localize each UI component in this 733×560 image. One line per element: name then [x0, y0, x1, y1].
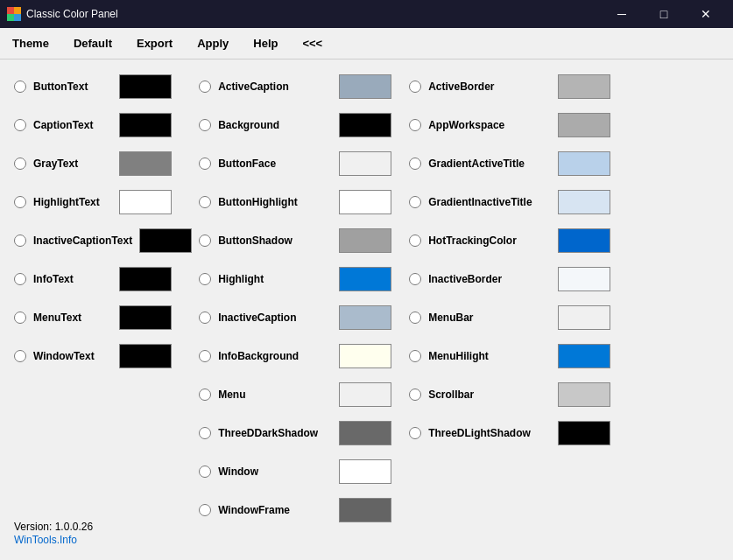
row-AppWorkspace: AppWorkspace: [409, 108, 630, 142]
radio-WindowFrame[interactable]: [199, 504, 211, 516]
column-2: ActiveCaption Background ButtonFace Butt…: [192, 70, 402, 550]
radio-ButtonHighlight[interactable]: [199, 196, 211, 208]
swatch-InfoBackground[interactable]: [339, 344, 391, 368]
version-text: Version: 1.0.0.26: [14, 521, 192, 533]
radio-WindowText[interactable]: [14, 350, 26, 362]
radio-InfoBackground[interactable]: [199, 350, 211, 362]
swatch-HotTrackingColor[interactable]: [558, 228, 610, 253]
svg-rect-1: [14, 7, 21, 14]
radio-GradientActiveTitle[interactable]: [409, 158, 421, 170]
label-MenuHilight: MenuHilight: [428, 350, 551, 362]
swatch-ActiveBorder[interactable]: [558, 74, 610, 99]
swatch-Menu[interactable]: [339, 382, 391, 407]
radio-MenuHilight[interactable]: [409, 350, 421, 362]
radio-InactiveCaptionText[interactable]: [14, 234, 26, 247]
swatch-ThreeDDarkShadow[interactable]: [339, 421, 391, 445]
title-bar-controls: ─ □ ✕: [602, 0, 726, 28]
radio-CaptionText[interactable]: [14, 119, 26, 131]
swatch-ButtonShadow[interactable]: [339, 228, 391, 253]
radio-InactiveBorder[interactable]: [409, 273, 421, 285]
swatch-ButtonFace[interactable]: [339, 151, 391, 176]
title-bar: Classic Color Panel ─ □ ✕: [0, 0, 733, 28]
swatch-ButtonHighlight[interactable]: [339, 190, 391, 214]
swatch-WindowFrame[interactable]: [339, 498, 391, 522]
menu-back[interactable]: <<<: [297, 33, 328, 53]
label-ActiveBorder: ActiveBorder: [428, 80, 551, 93]
swatch-ActiveCaption[interactable]: [339, 74, 391, 99]
swatch-HighlightText[interactable]: [119, 190, 172, 214]
swatch-InactiveCaption[interactable]: [339, 305, 391, 330]
radio-AppWorkspace[interactable]: [409, 119, 421, 131]
row-ButtonShadow: ButtonShadow: [199, 224, 402, 257]
row-GradientInactiveTitle: GradientInactiveTitle: [409, 186, 630, 219]
label-InfoBackground: InfoBackground: [218, 350, 332, 362]
row-Highlight: Highlight: [199, 262, 402, 296]
menu-apply[interactable]: Apply: [192, 33, 234, 53]
swatch-Window[interactable]: [339, 459, 391, 484]
radio-GradientInactiveTitle[interactable]: [409, 196, 421, 208]
label-Menu: Menu: [218, 388, 332, 401]
row-Menu: Menu: [199, 378, 402, 411]
label-Highlight: Highlight: [218, 273, 332, 285]
radio-HighlightText[interactable]: [14, 196, 26, 208]
radio-ButtonFace[interactable]: [199, 158, 211, 170]
maximize-button[interactable]: □: [644, 0, 684, 28]
radio-Menu[interactable]: [199, 388, 211, 401]
swatch-Scrollbar[interactable]: [558, 382, 610, 407]
swatch-InactiveBorder[interactable]: [558, 267, 610, 291]
swatch-GradientActiveTitle[interactable]: [558, 151, 610, 176]
radio-ThreeDLightShadow[interactable]: [409, 427, 421, 439]
radio-ButtonText[interactable]: [14, 80, 26, 93]
radio-InfoText[interactable]: [14, 273, 26, 285]
svg-rect-0: [7, 7, 14, 14]
label-ButtonShadow: ButtonShadow: [218, 234, 332, 247]
menu-default[interactable]: Default: [68, 33, 117, 53]
swatch-ThreeDLightShadow[interactable]: [558, 421, 610, 445]
swatch-MenuText[interactable]: [119, 305, 172, 330]
radio-ActiveCaption[interactable]: [199, 80, 211, 93]
swatch-GrayText[interactable]: [119, 151, 172, 176]
radio-Scrollbar[interactable]: [409, 388, 421, 401]
label-Scrollbar: Scrollbar: [428, 388, 551, 401]
swatch-CaptionText[interactable]: [119, 113, 172, 137]
swatch-MenuHilight[interactable]: [558, 344, 610, 368]
menu-help[interactable]: Help: [248, 33, 283, 53]
swatch-WindowText[interactable]: [119, 344, 172, 368]
radio-HotTrackingColor[interactable]: [409, 234, 421, 247]
row-MenuHilight: MenuHilight: [409, 340, 630, 373]
swatch-MenuBar[interactable]: [558, 305, 610, 330]
footer-link[interactable]: WinTools.Info: [14, 534, 77, 546]
row-Window: Window: [199, 455, 402, 488]
swatch-GradientInactiveTitle[interactable]: [558, 190, 610, 214]
minimize-button[interactable]: ─: [602, 0, 642, 28]
menu-export[interactable]: Export: [131, 33, 178, 53]
label-ActiveCaption: ActiveCaption: [218, 80, 332, 93]
label-ButtonFace: ButtonFace: [218, 158, 332, 170]
radio-MenuBar[interactable]: [409, 312, 421, 324]
label-InfoText: InfoText: [33, 273, 112, 285]
label-HotTrackingColor: HotTrackingColor: [428, 234, 551, 247]
swatch-Highlight[interactable]: [339, 267, 391, 291]
radio-Background[interactable]: [199, 119, 211, 131]
radio-ThreeDDarkShadow[interactable]: [199, 427, 211, 439]
radio-Window[interactable]: [199, 466, 211, 478]
close-button[interactable]: ✕: [686, 0, 726, 28]
swatch-ButtonText[interactable]: [119, 74, 172, 99]
row-ButtonFace: ButtonFace: [199, 147, 402, 180]
radio-InactiveCaption[interactable]: [199, 312, 211, 324]
label-AppWorkspace: AppWorkspace: [428, 119, 551, 131]
swatch-InfoText[interactable]: [119, 267, 172, 291]
radio-ButtonShadow[interactable]: [199, 234, 211, 247]
row-Scrollbar: Scrollbar: [409, 378, 630, 411]
swatch-InactiveCaptionText[interactable]: [139, 228, 192, 253]
radio-GrayText[interactable]: [14, 158, 26, 170]
label-GradientInactiveTitle: GradientInactiveTitle: [428, 196, 551, 208]
swatch-AppWorkspace[interactable]: [558, 113, 610, 137]
swatch-Background[interactable]: [339, 113, 391, 137]
radio-Highlight[interactable]: [199, 273, 211, 285]
row-GradientActiveTitle: GradientActiveTitle: [409, 147, 630, 180]
radio-ActiveBorder[interactable]: [409, 80, 421, 93]
menu-theme[interactable]: Theme: [7, 33, 54, 53]
title-bar-left: Classic Color Panel: [7, 7, 118, 21]
radio-MenuText[interactable]: [14, 312, 26, 324]
